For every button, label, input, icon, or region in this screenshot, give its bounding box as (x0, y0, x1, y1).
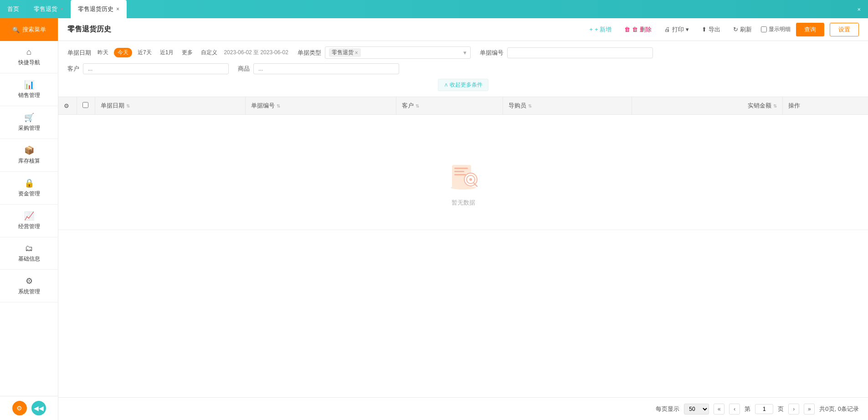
show-detail-checkbox[interactable]: 显示明细 (761, 26, 791, 33)
filter-row-1: 单据日期 昨天 今天 近7天 近1月 更多 自定义 2023-06-02 至 2… (67, 46, 859, 59)
th-checkbox[interactable] (77, 97, 95, 115)
new-icon: + (590, 26, 593, 33)
bill-type-input[interactable]: 零售退货 × ▾ (325, 46, 471, 59)
tab-retail-return-close[interactable]: × (60, 6, 63, 12)
tab-retail-return[interactable]: 零售退货 × (26, 0, 71, 18)
sidebar-item-finance[interactable]: 🔒 资金管理 (0, 172, 58, 205)
sidebar-item-purchase[interactable]: 🛒 采购管理 (0, 106, 58, 139)
delete-icon: 🗑 (624, 26, 630, 33)
show-detail-check[interactable] (761, 26, 767, 32)
page-size-label: 每页显示 (656, 405, 679, 413)
operation-icon: 📈 (24, 211, 34, 221)
date-opt-1month[interactable]: 近1月 (157, 48, 177, 57)
sidebar-item-quick-nav[interactable]: ⌂ 快捷导航 (0, 41, 58, 73)
goods-input[interactable] (253, 63, 399, 74)
new-button[interactable]: + + 新增 (586, 24, 616, 36)
select-all-checkbox[interactable] (82, 102, 88, 108)
tab-retail-return-history-close[interactable]: × (116, 6, 119, 12)
sound-button[interactable]: ◀◀ (31, 401, 46, 415)
th-customer[interactable]: 客户 ⇅ (396, 97, 503, 115)
top-bar-close[interactable]: × (857, 6, 868, 13)
page-label-pre: 第 (745, 405, 750, 413)
svg-point-8 (469, 178, 472, 181)
sidebar-item-basic-info[interactable]: 🗂 基础信息 (0, 237, 58, 270)
date-sort-icon: ⇅ (126, 103, 130, 108)
bill-type-dropdown-icon: ▾ (463, 49, 467, 56)
date-opt-yesterday[interactable]: 昨天 (95, 48, 111, 57)
tab-home[interactable]: 首页 (0, 0, 26, 18)
svg-rect-2 (454, 168, 468, 169)
guide-sort-icon: ⇅ (528, 103, 532, 108)
th-date[interactable]: 单据日期 ⇅ (95, 97, 246, 115)
refresh-button[interactable]: ↻ 刷新 (729, 24, 755, 36)
date-opt-7days[interactable]: 近7天 (135, 48, 154, 57)
date-opt-custom[interactable]: 自定义 (198, 48, 220, 57)
date-filter: 单据日期 昨天 今天 近7天 近1月 更多 自定义 2023-06-02 至 2… (67, 48, 288, 57)
page-last-button[interactable]: » (804, 404, 815, 415)
refresh-icon: ↻ (733, 26, 738, 33)
date-opt-today[interactable]: 今天 (114, 48, 132, 57)
inventory-icon: 📦 (24, 145, 34, 155)
delete-button[interactable]: 🗑 🗑 删除 (621, 24, 655, 36)
date-opt-more[interactable]: 更多 (179, 48, 195, 57)
sound-icon: ◀◀ (34, 405, 44, 412)
purchase-icon: 🛒 (24, 113, 34, 123)
th-amount[interactable]: 实销金额 ⇅ (632, 97, 782, 115)
empty-state-row: 暂无数据 (58, 115, 868, 230)
top-bar: 首页 零售退货 × 零售退货历史 × × (0, 0, 868, 18)
settings-btn[interactable]: 设置 (830, 23, 859, 36)
page-input[interactable] (755, 404, 773, 414)
bill-no-filter: 单据编号 (480, 47, 653, 58)
sidebar-item-sales[interactable]: 📊 销售管理 (0, 73, 58, 106)
sidebar-item-inventory[interactable]: 📦 库存核算 (0, 139, 58, 172)
collapse-button[interactable]: ∧ 收起更多条件 (438, 79, 488, 91)
settings-button[interactable]: ⚙ (12, 401, 27, 415)
system-icon: ⚙ (26, 276, 33, 286)
print-dropdown-icon: ▾ (686, 26, 689, 33)
customer-filter: 客户 (67, 63, 229, 74)
th-gear[interactable]: ⚙ (58, 97, 77, 115)
sidebar-search[interactable]: 🔍 搜索菜单 (0, 18, 58, 41)
sales-icon: 📊 (24, 80, 34, 90)
bill-type-tag: 零售退货 × (329, 48, 361, 57)
page-label-post: 页 (778, 405, 784, 413)
svg-rect-4 (454, 174, 466, 175)
tab-retail-return-history[interactable]: 零售退货历史 × (71, 0, 127, 18)
page-next-button[interactable]: › (788, 404, 799, 415)
finance-icon: 🔒 (24, 178, 34, 188)
gear-col-icon: ⚙ (64, 102, 69, 109)
collapse-row: ∧ 收起更多条件 (67, 79, 859, 91)
svg-rect-3 (454, 171, 464, 172)
customer-sort-icon: ⇅ (416, 103, 419, 108)
export-icon: ⬆ (702, 26, 707, 33)
bill-type-tag-inner[interactable] (363, 50, 462, 56)
pagination-bar: 每页显示 10 20 50 100 « ‹ 第 页 › » 共0页, 0条记录 (58, 397, 868, 420)
filter-row-2: 客户 商品 (67, 63, 859, 74)
amount-sort-icon: ⇅ (773, 103, 777, 108)
table-body: 暂无数据 (58, 115, 868, 230)
empty-state-cell: 暂无数据 (58, 115, 868, 230)
page-header: 零售退货历史 + + 新增 🗑 🗑 删除 🖨 打印 ▾ ⬆ 导出 (58, 18, 868, 41)
date-options: 昨天 今天 近7天 近1月 更多 自定义 (95, 48, 220, 57)
th-ops: 操作 (782, 97, 868, 115)
table-header-row: ⚙ 单据日期 ⇅ 单据编号 (58, 97, 868, 115)
th-guide[interactable]: 导购员 ⇅ (503, 97, 632, 115)
customer-input[interactable] (83, 63, 229, 74)
table-head: ⚙ 单据日期 ⇅ 单据编号 (58, 97, 868, 115)
print-button[interactable]: 🖨 打印 ▾ (661, 24, 693, 36)
sidebar-item-system[interactable]: ⚙ 系统管理 (0, 270, 58, 302)
bill-type-tag-close[interactable]: × (355, 50, 358, 56)
page-first-button[interactable]: « (714, 404, 724, 415)
empty-text: 暂无数据 (452, 199, 475, 207)
table-area: ⚙ 单据日期 ⇅ 单据编号 (58, 97, 868, 397)
export-button[interactable]: ⬆ 导出 (698, 24, 724, 36)
gear-icon: ⚙ (16, 405, 22, 412)
content-area: 零售退货历史 + + 新增 🗑 🗑 删除 🖨 打印 ▾ ⬆ 导出 (58, 18, 868, 420)
bill-no-input[interactable] (507, 47, 653, 58)
sidebar-item-operation[interactable]: 📈 经营管理 (0, 205, 58, 237)
query-button[interactable]: 查询 (796, 23, 824, 36)
page-prev-button[interactable]: ‹ (729, 404, 740, 415)
data-table: ⚙ 单据日期 ⇅ 单据编号 (58, 97, 868, 230)
th-no[interactable]: 单据编号 ⇅ (246, 97, 396, 115)
page-size-select[interactable]: 10 20 50 100 (684, 404, 709, 415)
